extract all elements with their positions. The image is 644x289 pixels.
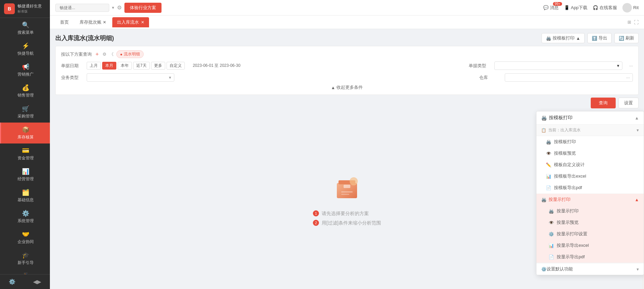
sidebar-settings-icon[interactable]: ⚙️	[9, 279, 16, 285]
filter-collapse-icon[interactable]: 《	[109, 51, 114, 57]
sidebar-bottom: ⚙️ ◀▶	[0, 274, 50, 289]
date-btn-this-year[interactable]: 本年	[118, 62, 132, 70]
dp-item-display-settings[interactable]: ⚙️ 按显示打印设置	[536, 228, 644, 240]
sidebar-item-marketing[interactable]: 📢营销推广	[0, 60, 50, 81]
dp-item-template-pdf[interactable]: 📄 按模板导出pdf	[536, 182, 644, 193]
dropdown-current: 📋 当前：出入库流水 ▾	[536, 125, 644, 136]
topbar-search-input[interactable]	[55, 4, 109, 12]
date-range: 2023-06-01 至 2023-06-30	[193, 63, 240, 69]
date-btn-7days[interactable]: 近7天	[133, 62, 150, 70]
message-badge: 99+	[553, 2, 562, 6]
dp-footer-arrow: ▾	[637, 267, 639, 272]
collapse-label: 收起更多条件	[336, 84, 363, 90]
sidebar-item-search[interactable]: 🔍搜索菜单	[0, 18, 50, 39]
user-name: Rit	[633, 5, 639, 10]
date-btn-more[interactable]: 更多	[151, 62, 165, 70]
dp-sub-label: 按显示打印	[557, 208, 579, 214]
display-section-arrow[interactable]: ▲	[635, 197, 639, 202]
display-section: 🖨️ 按显示打印 ▲ 🖨️ 按显示打印 👁️ 按显示预览 ⚙️	[536, 194, 644, 263]
export-button[interactable]: ⬆️ 导出	[587, 33, 612, 43]
biz-type-input[interactable]: ▾	[87, 73, 174, 82]
date-btn-custom[interactable]: 自定义	[167, 62, 185, 70]
sidebar-item-cooperation[interactable]: 🤝企业协同	[0, 227, 50, 248]
online-service-button[interactable]: 🎧 在线客服	[593, 5, 617, 11]
app-download-button[interactable]: 📱 App下载	[564, 5, 587, 11]
display-section-header[interactable]: 🖨️ 按显示打印 ▲	[536, 194, 644, 205]
settings-button[interactable]: 设置	[618, 98, 639, 108]
sidebar-item-label: 企业协同	[18, 239, 34, 245]
sidebar: B 畅捷通好生意 标准版 🔍搜索菜单 ⚡快捷导航 📢营销推广 💰销售管理 🛒采购…	[0, 0, 50, 289]
query-button[interactable]: 查询	[591, 98, 616, 108]
filter-label: 按以下方案查询	[61, 51, 92, 57]
tab-expand-icon[interactable]: ⊞	[627, 20, 631, 25]
printer-icon-dp: 🖨️	[541, 115, 547, 121]
sidebar-item-operations[interactable]: 📊经营管理	[0, 164, 50, 185]
app-logo-icon: B	[4, 3, 15, 14]
topbar-right: 💬 消息 99+ 📱 App下载 🎧 在线客服 Rit	[543, 3, 639, 12]
tabs-bar: 首页 库存批次账 ✕ 出入库流水 ✕ ⊞ ⛶	[50, 16, 644, 29]
tab-batch-account[interactable]: 库存批次账 ✕	[75, 17, 111, 27]
dp-settings2-icon: ⚙️	[549, 232, 554, 237]
filter-row-2: 业务类型 ▾ 仓库 ···	[61, 73, 633, 82]
dropdown-current-arrow[interactable]: ▾	[637, 128, 639, 133]
sidebar-item-basic[interactable]: 🗂️基础信息	[0, 185, 50, 206]
filter-header: 按以下方案查询 ＋ ⚙ 《 ● 流水明细	[61, 50, 633, 58]
sidebar-scroll: 🔍搜索菜单 ⚡快捷导航 📢营销推广 💰销售管理 🛒采购管理 📦库存核算 💳资金管…	[0, 18, 50, 274]
dp-item-template-excel[interactable]: 📊 按模板导出excel	[536, 170, 644, 182]
warehouse-more[interactable]: ···	[626, 75, 630, 80]
dropdown-collapse-arrow[interactable]: ▲	[635, 115, 639, 121]
dp-item-display-preview[interactable]: 👁️ 按显示预览	[536, 217, 644, 228]
doc-type-select[interactable]: ▾	[494, 61, 622, 70]
sidebar-item-sales[interactable]: 💰销售管理	[0, 81, 50, 102]
svg-rect-5	[341, 194, 349, 195]
tab-home-label: 首页	[60, 20, 69, 25]
message-button[interactable]: 💬 消息 99+	[543, 5, 559, 11]
tab-batch-account-close[interactable]: ✕	[103, 20, 106, 25]
sidebar-item-apps[interactable]: 📱应用中心	[0, 269, 50, 274]
dropdown-footer[interactable]: ⚙️ 设置默认功能 ▾	[536, 263, 644, 275]
sidebar-item-finance[interactable]: 💳资金管理	[0, 143, 50, 164]
dp-item-display-pdf[interactable]: 📄 按显示导出pdf	[536, 251, 644, 263]
tab-inventory-flow[interactable]: 出入库流水 ✕	[112, 17, 149, 27]
sidebar-item-quick-nav[interactable]: ⚡快捷导航	[0, 39, 50, 60]
topbar-dropdown-arrow[interactable]: ▾	[112, 5, 114, 10]
industry-solution-button[interactable]: 体验行业方案	[124, 3, 162, 13]
filter-area: 按以下方案查询 ＋ ⚙ 《 ● 流水明细 单据日期 上月 本月 本年 近7天 更…	[55, 46, 639, 95]
biz-type-label: 业务类型	[61, 75, 81, 81]
tab-fullscreen-icon[interactable]: ⛶	[634, 20, 639, 25]
sidebar-item-label: 新手引导	[18, 260, 34, 266]
dp-item-template-preview[interactable]: 👁️ 按模板预览	[536, 148, 644, 159]
phone-icon: 📱	[564, 5, 569, 10]
dp-excel-icon: 📊	[546, 174, 551, 179]
filter-add-button[interactable]: ＋	[94, 51, 100, 58]
filter-tag[interactable]: ● 流水明细	[116, 50, 144, 58]
page-actions-bar: 🖨️ 按模板打印 ▲ ⬆️ 导出 🔄 刷新	[541, 33, 639, 43]
sidebar-item-purchase[interactable]: 🛒采购管理	[0, 102, 50, 123]
topbar-gear-icon[interactable]: ⚙	[117, 4, 122, 11]
sidebar-collapse-icon[interactable]: ◀▶	[33, 279, 41, 285]
warehouse-select[interactable]: ···	[505, 73, 633, 82]
collapse-button[interactable]: ▲ 收起更多条件	[61, 84, 633, 90]
svg-rect-4	[341, 191, 353, 192]
sidebar-item-inventory[interactable]: 📦库存核算	[0, 123, 50, 143]
finance-icon: 💳	[22, 147, 29, 154]
tab-batch-account-label: 库存批次账	[80, 20, 101, 25]
refresh-button[interactable]: 🔄 刷新	[614, 33, 639, 43]
doc-type-more[interactable]: ···	[629, 63, 633, 68]
sidebar-item-guide[interactable]: 🎓新手引导	[0, 248, 50, 269]
date-btn-last-month[interactable]: 上月	[87, 62, 101, 70]
user-avatar-button[interactable]: Rit	[622, 3, 639, 12]
template-print-button[interactable]: 🖨️ 按模板打印 ▲	[541, 33, 585, 43]
tab-inventory-flow-close[interactable]: ✕	[141, 20, 144, 25]
tab-home[interactable]: 首页	[55, 17, 74, 27]
dp-item-template-custom[interactable]: ✏️ 模板自定义设计	[536, 159, 644, 170]
sidebar-item-system[interactable]: ⚙️系统管理	[0, 206, 50, 227]
dp-item-display-excel[interactable]: 📊 按显示导出excel	[536, 240, 644, 251]
template-print-arrow: ▲	[576, 36, 580, 41]
dp-item-template-print[interactable]: 🖨️ 按模板打印	[536, 136, 644, 148]
dp-item-display-print[interactable]: 🖨️ 按显示打印	[536, 205, 644, 217]
page-content: 出入库流水(流水明细) 🖨️ 按模板打印 ▲ ⬆️ 导出 🔄 刷新	[50, 29, 644, 289]
printer-icon: 🖨️	[546, 36, 551, 41]
filter-settings-icon[interactable]: ⚙	[103, 52, 107, 57]
date-btn-this-month[interactable]: 本月	[102, 62, 116, 70]
